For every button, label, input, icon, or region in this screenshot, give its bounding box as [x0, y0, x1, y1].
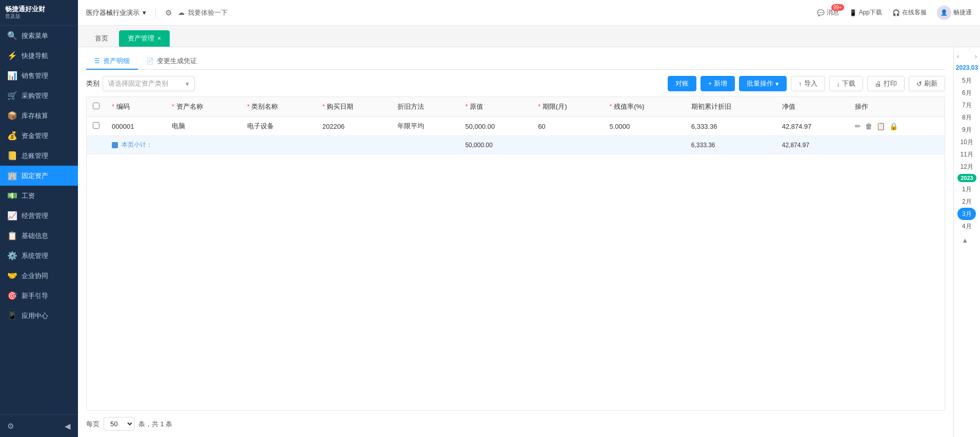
month-item-past-5月[interactable]: 5月 [957, 74, 976, 87]
month-item-3月[interactable]: 3月 [957, 208, 976, 220]
col-actions: 操作 [849, 97, 945, 117]
app-download-btn[interactable]: 📱 App下载 [849, 8, 882, 17]
copy-icon[interactable]: 📋 [876, 122, 885, 130]
sidebar-item-inventory[interactable]: 📦库存核算 [0, 106, 78, 126]
month-item-past-7月[interactable]: 7月 [957, 99, 976, 111]
app-download-label: App下载 [859, 8, 882, 17]
select-all-checkbox[interactable] [93, 103, 99, 109]
sidebar-icon-ledger: 📒 [7, 151, 17, 161]
main-tabs: 首页 资产管理 × [78, 26, 980, 47]
sidebar-item-quick-nav[interactable]: ⚡快捷导航 [0, 46, 78, 66]
user-profile[interactable]: 👤 畅捷通 [937, 6, 972, 20]
download-icon: ↓ [837, 80, 841, 88]
month-item-past-8月[interactable]: 8月 [957, 111, 976, 124]
sidebar-item-basic-info[interactable]: 📋基础信息 [0, 226, 78, 246]
settings-icon[interactable]: ⚙ [7, 422, 14, 431]
edit-icon[interactable]: ✏ [855, 122, 861, 130]
content-wrap: ☰ 资产明细 📄 变更生成凭证 类别 请选择固定资产类别 ▾ [78, 47, 980, 437]
subtotal-period [532, 136, 603, 154]
sidebar-label-basic-info: 基础信息 [22, 231, 48, 241]
import-btn[interactable]: ↑ 导入 [791, 76, 825, 91]
batch-btn[interactable]: 批量操作 ▾ [739, 76, 787, 91]
row-period: 60 [532, 117, 603, 136]
month-list: 5月6月7月8月9月10月11月12月20231月2月3月4月▲ [957, 74, 976, 248]
company-dropdown-icon: ▾ [143, 9, 146, 16]
asset-table: 编码 资产名称 类别名称 购买日期 折旧方法 原值 期限(月) 残值率(%) 期… [86, 96, 945, 411]
category-arrow-icon: ▾ [186, 80, 189, 88]
refresh-label: 刷新 [924, 79, 937, 88]
sidebar-item-fixed-assets[interactable]: 🏢固定资产 [0, 166, 78, 186]
sidebar-label-ledger: 总账管理 [22, 151, 48, 161]
right-arrow-icon[interactable]: › [975, 52, 977, 60]
sidebar-item-payroll[interactable]: 💵工资 [0, 186, 78, 206]
month-item-2月[interactable]: 2月 [957, 195, 976, 208]
table-header-row: 编码 资产名称 类别名称 购买日期 折旧方法 原值 期限(月) 残值率(%) 期… [87, 97, 945, 117]
sidebar-item-guide[interactable]: 🎯新手引导 [0, 286, 78, 306]
sub-tab-change-voucher[interactable]: 📄 变更生成凭证 [138, 53, 205, 70]
category-dropdown[interactable]: 请选择固定资产类别 ▾ [103, 76, 195, 91]
sidebar-item-funds[interactable]: 💰资金管理 [0, 126, 78, 146]
tab-home-label: 首页 [95, 34, 108, 42]
month-item-past-6月[interactable]: 6月 [957, 87, 976, 99]
tab-asset-management[interactable]: 资产管理 × [119, 30, 170, 47]
tab-close-icon[interactable]: × [157, 35, 161, 42]
sidebar-item-app-center[interactable]: 📱应用中心 [0, 306, 78, 326]
subtotal-net-value: 42,874.97 [776, 136, 849, 154]
subtotal-depreciation-method [391, 136, 459, 154]
month-item-past-9月[interactable]: 9月 [957, 124, 976, 136]
experience-btn[interactable]: ☁ 我要体验一下 [178, 8, 228, 17]
refresh-btn[interactable]: ↺ 刷新 [909, 76, 945, 91]
main-content: 医疗器械行业演示 ▾ ⚙ ☁ 我要体验一下 💬 消息 99+ 📱 App下载 🎧… [78, 0, 980, 437]
right-panel-collapse[interactable]: ▲ [957, 232, 976, 248]
month-item-past-10月[interactable]: 10月 [957, 136, 976, 148]
batch-arrow-icon: ▾ [775, 80, 779, 88]
left-arrow-icon[interactable]: ‹ [957, 52, 959, 60]
sidebar-icon-business: 📈 [7, 211, 17, 221]
month-item-1月[interactable]: 1月 [957, 183, 976, 195]
new-btn[interactable]: + 新增 [701, 76, 735, 91]
sidebar-item-system[interactable]: ⚙️系统管理 [0, 246, 78, 266]
row-purchase-date: 202206 [316, 117, 392, 136]
sidebar-icon-payroll: 💵 [7, 191, 17, 201]
download-btn[interactable]: ↓ 下载 [829, 76, 864, 91]
row-checkbox[interactable] [93, 122, 99, 129]
col-residual-rate: 残值率(%) [603, 97, 685, 117]
month-item-past-11月[interactable]: 11月 [957, 148, 976, 161]
sidebar-item-search[interactable]: 🔍搜索菜单 [0, 26, 78, 46]
sidebar-item-business[interactable]: 📈经营管理 [0, 206, 78, 226]
sidebar-item-ledger[interactable]: 📒总账管理 [0, 146, 78, 166]
print-btn[interactable]: 🖨 打印 [867, 76, 905, 91]
sidebar-item-purchase[interactable]: 🛒采购管理 [0, 86, 78, 106]
online-service-btn[interactable]: 🎧 在线客服 [892, 8, 927, 17]
settings-gear-icon[interactable]: ⚙ [165, 8, 172, 17]
month-item-4月[interactable]: 4月 [957, 220, 976, 232]
sidebar-icon-funds: 💰 [7, 131, 17, 141]
list-icon: ☰ [94, 57, 100, 65]
sub-tabs: ☰ 资产明细 📄 变更生成凭证 [86, 53, 945, 70]
sidebar-label-purchase: 采购管理 [22, 91, 48, 101]
message-badge: 99+ [831, 4, 844, 11]
sidebar-item-sales[interactable]: 📊销售管理 [0, 66, 78, 86]
sub-tab-asset-detail[interactable]: ☰ 资产明细 [86, 53, 138, 70]
sidebar-label-enterprise: 企业协同 [22, 271, 48, 281]
per-page-select[interactable]: 50 100 200 [104, 417, 134, 431]
company-selector[interactable]: 医疗器械行业演示 ▾ [86, 8, 146, 17]
sidebar-icon-purchase: 🛒 [7, 91, 17, 101]
company-name: 医疗器械行业演示 [86, 8, 139, 17]
subtotal-original-value: 50,000.00 [459, 136, 532, 154]
table-footer: 每页 50 100 200 条，共 1 条 [86, 413, 945, 431]
message-btn[interactable]: 💬 消息 99+ [817, 8, 839, 17]
print-label: 打印 [884, 79, 897, 88]
subtotal-actions [849, 136, 945, 154]
delete-icon[interactable]: 🗑 [865, 122, 872, 130]
sidebar-item-enterprise[interactable]: 🤝企业协同 [0, 266, 78, 286]
import-icon: ↑ [798, 80, 802, 88]
collapse-icon[interactable]: ◀ [65, 422, 71, 431]
account-btn[interactable]: 对账 [668, 76, 696, 91]
tab-home[interactable]: 首页 [86, 30, 117, 47]
sidebar-label-inventory: 库存核算 [22, 111, 48, 121]
year-marker: 2023 [957, 174, 976, 182]
month-item-past-12月[interactable]: 12月 [957, 161, 976, 173]
lock-icon[interactable]: 🔒 [889, 122, 898, 130]
right-panel: ‹ › 2023.03 5月6月7月8月9月10月11月12月20231月2月3… [953, 47, 980, 437]
